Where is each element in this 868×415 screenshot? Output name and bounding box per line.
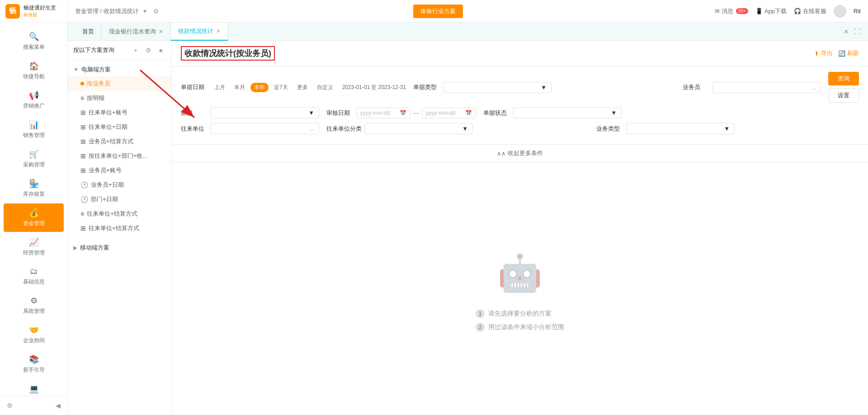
scheme-settings-icon[interactable]: ⚙: [143, 45, 153, 55]
add-scheme-icon[interactable]: +: [131, 45, 141, 55]
collapse-panel-icon[interactable]: «: [156, 45, 166, 55]
collapse-sidebar-icon[interactable]: ◀: [53, 401, 63, 410]
date-tab-本月[interactable]: 本月: [231, 83, 249, 92]
doc-status-select[interactable]: ▼: [513, 107, 622, 118]
sidebar-item-finance[interactable]: 💰资金管理: [4, 203, 64, 232]
tab-label: 收款情况统计: [178, 27, 213, 35]
scheme-item-icon-staff_date: 🕐: [80, 181, 88, 189]
messages-action[interactable]: ✉ 消息 99+: [715, 7, 748, 15]
tab-close-bank_flow[interactable]: ✕: [159, 28, 163, 35]
logo-text: 畅捷通好生意 标准版: [24, 5, 56, 18]
refresh-button[interactable]: 🔄 刷新: [838, 49, 859, 57]
right-content: 收款情况统计(按业务员) ⬆ 导出 🔄 刷新: [172, 41, 868, 415]
header-center: 体验行业方案: [413, 5, 463, 18]
scheme-item-unit_settle1[interactable]: ≡往来单位+结算方式: [68, 207, 171, 221]
scheme-item-by_staff[interactable]: 按业务员: [68, 76, 171, 91]
date-tab-自定义[interactable]: 自定义: [313, 83, 337, 92]
dept-select[interactable]: ▼: [211, 107, 319, 118]
main-area: 资金管理 / 收款情况统计 ▼ ⚙ 体验行业方案 ✉ 消息 99+ 📱 App下…: [68, 0, 868, 415]
sidebar-bottom[interactable]: ⚙ ◀: [0, 396, 67, 415]
trial-button[interactable]: 体验行业方案: [413, 5, 463, 18]
sidebar-item-enterprise[interactable]: 🤝企业协同: [4, 321, 64, 349]
online-service-action[interactable]: 🎧 在线客服: [794, 7, 826, 15]
sidebar-item-marketing[interactable]: 📢营销推广: [4, 86, 64, 114]
scheme-group-header-desktop[interactable]: ▼电脑端方案: [68, 63, 171, 76]
scheme-item-by_detail[interactable]: ≡按明细: [68, 91, 171, 105]
sidebar-nav: 🔍搜索菜单🏠快捷导航📢营销推广📊销售管理🛒采购管理🏪库存核算💰资金管理📈经营管理…: [0, 23, 67, 396]
sidebar-item-sales[interactable]: 📊销售管理: [4, 115, 64, 144]
collapse-button[interactable]: ∧∧ 收起更多条件: [497, 149, 543, 157]
scheme-item-label: 往来单位+结算方式: [89, 224, 139, 232]
settings-icon[interactable]: ⚙: [5, 401, 14, 410]
scheme-item-icon-by_detail: ≡: [80, 94, 84, 102]
scheme-item-icon-unit_account: ⊞: [80, 109, 86, 116]
breadcrumb: 资金管理 / 收款情况统计: [75, 7, 139, 15]
query-actions: 查询 设置: [828, 72, 859, 103]
partner-more-icon[interactable]: ...: [309, 125, 314, 132]
doc-type-select[interactable]: ▼: [443, 82, 552, 93]
query-button[interactable]: 查询: [828, 72, 859, 85]
settings-button[interactable]: 设置: [828, 88, 859, 103]
dept-filter: 部门 ▼: [181, 107, 319, 118]
tab-close-collection_stat[interactable]: ✕: [216, 28, 221, 34]
partner-select[interactable]: ...: [211, 123, 319, 134]
sidebar-item-label: 库存核算: [23, 190, 45, 198]
settings-header-icon[interactable]: ⚙: [151, 6, 161, 16]
doc-status-dropdown-icon: ▼: [611, 109, 617, 116]
scheme-item-unit_dept[interactable]: ⊞按往来单位+部门+收...: [68, 149, 171, 163]
logo-icon: 畅: [5, 4, 20, 19]
scheme-item-label: 按明细: [87, 94, 104, 102]
sidebar-item-quicknav[interactable]: 🏠快捷导航: [4, 57, 64, 85]
sidebar-item-inventory[interactable]: 🏪库存核算: [4, 174, 64, 203]
sidebar-item-search[interactable]: 🔍搜索菜单: [4, 27, 64, 56]
user-avatar[interactable]: [834, 5, 846, 18]
scheme-group-header-mobile[interactable]: ▶移动端方案: [68, 241, 171, 255]
tab-collection_stat[interactable]: 收款情况统计✕: [171, 23, 228, 41]
scheme-item-unit_account[interactable]: ⊞往来单位+账号: [68, 105, 171, 120]
date-tab-近7天[interactable]: 近7天: [270, 83, 292, 92]
staff-select[interactable]: ...: [712, 82, 821, 93]
search-icon: 🔍: [29, 32, 39, 42]
window-controls: ✕⛶: [843, 28, 861, 35]
sidebar-item-purchase[interactable]: 🛒采购管理: [4, 145, 64, 173]
export-button[interactable]: ⬆ 导出: [814, 49, 833, 57]
partner-label: 往来单位: [181, 125, 208, 133]
audit-date-to-input[interactable]: yyyy-mm-dd 📅: [422, 108, 476, 118]
scheme-item-dept_date[interactable]: 🕐部门+日期: [68, 192, 171, 207]
audit-date-inputs: yyyy-mm-dd 📅 — yyyy-mm-dd 📅: [356, 108, 476, 118]
tab-label: 首页: [82, 28, 94, 36]
operations-icon: 📈: [29, 237, 39, 247]
date-tab-更多[interactable]: 更多: [293, 83, 311, 92]
audit-date-from-input[interactable]: yyyy-mm-dd 📅: [356, 108, 410, 118]
scheme-item-staff_account[interactable]: ⊞业务员+账号: [68, 163, 171, 178]
sidebar-item-hardware[interactable]: 💻智能硬件: [4, 379, 64, 396]
tab-home[interactable]: 首页: [75, 23, 102, 41]
date-tab-上月[interactable]: 上月: [211, 83, 229, 92]
staff-more-icon[interactable]: ...: [811, 84, 816, 91]
sidebar-item-guide[interactable]: 📚新手引导: [4, 350, 64, 378]
scheme-item-unit_date[interactable]: ⊞往来单位+日期: [68, 120, 171, 134]
scheme-item-staff_settle[interactable]: ⊞业务员+结算方式: [68, 134, 171, 149]
biz-type-select[interactable]: ▼: [626, 123, 735, 134]
partner-category-select[interactable]: ▼: [364, 123, 473, 134]
scheme-item-staff_date[interactable]: 🕐业务员+日期: [68, 178, 171, 192]
tab-bank_flow[interactable]: 现金银行流水查询✕: [102, 23, 171, 41]
collapse-bar: ∧∧ 收起更多条件: [172, 145, 868, 162]
scheme-item-label: 部门+日期: [91, 195, 118, 203]
partner-category-label: 往来单位分类: [326, 125, 362, 133]
dept-dropdown-icon: ▼: [308, 109, 314, 116]
dropdown-icon[interactable]: ▼: [142, 8, 148, 14]
active-dot: [80, 82, 84, 85]
page-title-bar: 收款情况统计(按业务员) ⬆ 导出 🔄 刷新: [172, 41, 868, 66]
date-tab-本年[interactable]: 本年: [250, 83, 269, 92]
scheme-item-icon-unit_settle2: ⊞: [80, 225, 86, 232]
scheme-list: ▼电脑端方案按业务员≡按明细⊞往来单位+账号⊞往来单位+日期⊞业务员+结算方式⊞…: [68, 60, 171, 257]
sidebar-item-basic[interactable]: 🗂基础信息: [4, 262, 64, 290]
scheme-item-unit_settle2[interactable]: ⊞往来单位+结算方式: [68, 221, 171, 236]
maximize-window-icon[interactable]: ⛶: [854, 28, 861, 35]
close-window-icon[interactable]: ✕: [843, 28, 850, 35]
sidebar-item-label: 快捷导航: [23, 73, 45, 80]
sidebar-item-operations[interactable]: 📈经营管理: [4, 233, 64, 261]
sidebar-item-system[interactable]: ⚙系统管理: [4, 291, 64, 320]
app-download-action[interactable]: 📱 App下载: [755, 7, 787, 15]
